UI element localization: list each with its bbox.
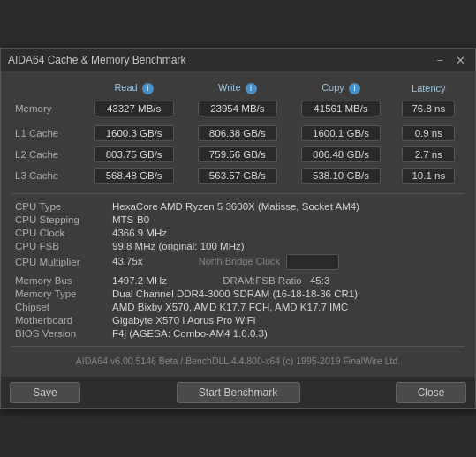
bench-latency: 76.8 ns — [393, 98, 465, 119]
bench-read: 1600.3 GB/s — [82, 123, 185, 144]
main-window: AIDA64 Cache & Memory Benchmark − ✕ Read… — [0, 48, 476, 408]
start-benchmark-button[interactable]: Start Benchmark — [177, 382, 300, 403]
nb-clock-input — [286, 254, 339, 270]
bottombar: Save Start Benchmark Close — [1, 377, 475, 408]
bench-label: L3 Cache — [11, 165, 82, 186]
bench-latency: 2.7 ns — [393, 144, 465, 165]
cpu-stepping-label: CPU Stepping — [11, 213, 109, 226]
bench-write: 759.56 GB/s — [185, 144, 289, 165]
dram-fsb-value: 45:3 — [310, 275, 329, 286]
cpu-type-label: CPU Type — [11, 199, 109, 213]
memory-type-label: Memory Type — [11, 288, 109, 301]
main-content: Read i Write i Copy i Latency — [1, 71, 475, 376]
cpu-stepping-value: MTS-B0 — [109, 213, 465, 226]
chipset-row: Chipset AMD Bixby X570, AMD K17.7 FCH, A… — [11, 301, 465, 314]
bench-read: 803.75 GB/s — [82, 144, 185, 165]
memory-type-row: Memory Type Dual Channel DDR4-3000 SDRAM… — [11, 288, 465, 301]
cpu-fsb-row: CPU FSB 99.8 MHz (original: 100 MHz) — [11, 239, 465, 252]
cpu-fsb-value: 99.8 MHz (original: 100 MHz) — [109, 239, 465, 252]
cpu-multiplier-row: CPU Multiplier 43.75x North Bridge Clock — [11, 252, 465, 271]
col-latency: Latency — [393, 80, 465, 98]
motherboard-row: Motherboard Gigabyte X570 I Aorus Pro Wi… — [11, 314, 465, 327]
memory-bus-row: Memory Bus 1497.2 MHz DRAM:FSB Ratio 45:… — [11, 274, 465, 288]
cpu-clock-value: 4366.9 MHz — [109, 226, 465, 239]
bench-label: Memory — [11, 98, 82, 119]
bios-value: F4j (AGESA: Combo-AM4 1.0.0.3) — [109, 327, 465, 341]
bench-row-1: L1 Cache 1600.3 GB/s 806.38 GB/s 1600.1 … — [11, 123, 465, 144]
nb-clock-label: North Bridge Clock — [199, 256, 280, 266]
col-write: Write i — [185, 80, 289, 98]
bench-row-2: L2 Cache 803.75 GB/s 759.56 GB/s 806.48 … — [11, 144, 465, 165]
memory-bus-value: 1497.2 MHz DRAM:FSB Ratio 45:3 — [109, 274, 465, 288]
cpu-multiplier-label: CPU Multiplier — [11, 252, 109, 271]
motherboard-label: Motherboard — [11, 314, 109, 327]
bench-copy: 41561 MB/s — [289, 98, 392, 119]
close-title-button[interactable]: ✕ — [453, 55, 468, 66]
memory-bus-label: Memory Bus — [11, 274, 109, 288]
read-info-icon[interactable]: i — [142, 83, 154, 94]
save-button[interactable]: Save — [10, 382, 80, 403]
cpu-clock-row: CPU Clock 4366.9 MHz — [11, 226, 465, 239]
bench-label: L2 Cache — [11, 144, 82, 165]
benchmark-table: Read i Write i Copy i Latency — [11, 80, 465, 186]
window-controls: − ✕ — [434, 55, 468, 66]
write-info-icon[interactable]: i — [246, 83, 257, 94]
bench-read: 568.48 GB/s — [82, 165, 185, 186]
bench-row-3: L3 Cache 568.48 GB/s 563.57 GB/s 538.10 … — [11, 165, 465, 186]
dram-fsb-label: DRAM:FSB Ratio — [223, 275, 301, 286]
bench-write: 23954 MB/s — [185, 98, 289, 119]
bench-label: L1 Cache — [11, 123, 82, 144]
divider-1 — [11, 193, 465, 194]
col-read: Read i — [82, 80, 185, 98]
bench-write: 806.38 GB/s — [185, 123, 289, 144]
cpu-type-row: CPU Type HexaCore AMD Ryzen 5 3600X (Mat… — [11, 199, 465, 213]
bench-copy: 538.10 GB/s — [289, 165, 392, 186]
bench-read: 43327 MB/s — [82, 98, 185, 119]
footer-text: AIDA64 v6.00.5146 Beta / BenchDLL 4.4.80… — [11, 352, 465, 371]
bench-latency: 10.1 ns — [393, 165, 465, 186]
minimize-button[interactable]: − — [434, 55, 446, 66]
cpu-type-value: HexaCore AMD Ryzen 5 3600X (Matisse, Soc… — [109, 199, 465, 213]
memory-type-value: Dual Channel DDR4-3000 SDRAM (16-18-18-3… — [109, 288, 465, 301]
bench-row-0: Memory 43327 MB/s 23954 MB/s 41561 MB/s … — [11, 98, 465, 119]
system-info-table: CPU Type HexaCore AMD Ryzen 5 3600X (Mat… — [11, 199, 465, 341]
bench-copy: 1600.1 GB/s — [289, 123, 392, 144]
cpu-clock-label: CPU Clock — [11, 226, 109, 239]
divider-2 — [11, 346, 465, 347]
cpu-fsb-label: CPU FSB — [11, 239, 109, 252]
bios-row: BIOS Version F4j (AGESA: Combo-AM4 1.0.0… — [11, 327, 465, 341]
cpu-multiplier-value: 43.75x North Bridge Clock — [109, 252, 465, 271]
cpu-stepping-row: CPU Stepping MTS-B0 — [11, 213, 465, 226]
copy-info-icon[interactable]: i — [349, 83, 360, 94]
col-copy: Copy i — [289, 80, 392, 98]
chipset-value: AMD Bixby X570, AMD K17.7 FCH, AMD K17.7… — [109, 301, 465, 314]
bench-copy: 806.48 GB/s — [289, 144, 392, 165]
bench-latency: 0.9 ns — [393, 123, 465, 144]
close-button[interactable]: Close — [396, 382, 466, 403]
titlebar: AIDA64 Cache & Memory Benchmark − ✕ — [1, 49, 475, 71]
bench-write: 563.57 GB/s — [185, 165, 289, 186]
chipset-label: Chipset — [11, 301, 109, 314]
motherboard-value: Gigabyte X570 I Aorus Pro WiFi — [109, 314, 465, 327]
window-title: AIDA64 Cache & Memory Benchmark — [8, 54, 185, 66]
bios-label: BIOS Version — [11, 327, 109, 341]
